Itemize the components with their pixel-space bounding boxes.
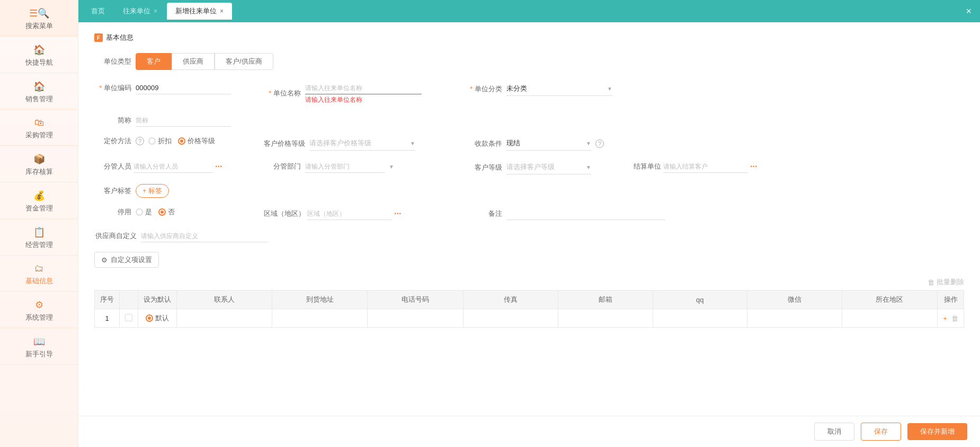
sidebar-item-sales[interactable]: 🏠 销售管理 [0, 73, 78, 110]
manager-input[interactable] [133, 160, 213, 173]
type-btn-supplier[interactable]: 供应商 [172, 53, 215, 70]
contact-input[interactable] [182, 314, 266, 322]
pricing-help-icon[interactable]: ? [136, 137, 144, 145]
customer-level-select[interactable]: 请选择客户等级 ▼ [506, 160, 591, 174]
wechat-input[interactable] [753, 314, 836, 322]
settlement-unit-input[interactable] [663, 160, 748, 173]
unit-code-input[interactable] [136, 82, 231, 94]
td-qq[interactable] [653, 309, 747, 328]
sidebar-item-operations-label: 经营管理 [25, 240, 53, 250]
main-area: 首页 往来单位 × 新增往来单位 × × F 基本信息 单位类型 [78, 0, 980, 447]
pricing-radio-discount-label: 折扣 [158, 136, 172, 146]
sidebar-item-base[interactable]: 🗂 基础信息 [0, 256, 78, 292]
type-btn-customer[interactable]: 客户 [136, 53, 172, 70]
tab-new-trade-unit-close[interactable]: × [220, 7, 224, 15]
unit-name-error-msg: 请输入往来单位名称 [305, 95, 422, 104]
default-label: 默认 [155, 313, 169, 323]
remark-group: 备注 [465, 207, 964, 220]
short-name-row: 简称 [94, 114, 964, 127]
inventory-icon: 📦 [33, 153, 45, 165]
sidebar: ☰🔍 搜索菜单 🏠 快捷导航 🏠 销售管理 🛍 采购管理 📦 库存核算 💰 资金… [0, 0, 78, 447]
tab-trade-units[interactable]: 往来单位 × [114, 3, 166, 20]
th-address: 到货地址 [272, 291, 368, 309]
save-button[interactable]: 保存 [861, 423, 901, 441]
department-group: 分管部门 ▼ [264, 160, 465, 173]
custom-settings-button[interactable]: ⚙ 自定义项设置 [94, 252, 159, 268]
remark-input[interactable] [506, 207, 665, 220]
short-name-input[interactable] [136, 114, 231, 127]
sidebar-item-operations[interactable]: 📋 经营管理 [0, 219, 78, 256]
td-email[interactable] [558, 309, 653, 328]
sidebar-item-quicknav-label: 快捷导航 [25, 58, 53, 67]
sidebar-item-inventory[interactable]: 📦 库存核算 [0, 146, 78, 182]
td-contact[interactable] [177, 309, 272, 328]
unit-category-select[interactable]: 未分类 ▼ [506, 82, 612, 96]
sidebar-item-purchase-label: 采购管理 [25, 130, 53, 140]
sidebar-item-quicknav[interactable]: 🏠 快捷导航 [0, 37, 78, 73]
th-seq: 序号 [95, 291, 120, 309]
qq-input[interactable] [658, 314, 742, 322]
th-region: 所在地区 [842, 291, 938, 309]
customer-level-group: 客户等级 请选择客户等级 ▼ [465, 160, 624, 174]
add-tag-button[interactable]: + 标签 [136, 184, 169, 198]
table-row: 1 默认 [95, 309, 964, 328]
manager-dots-btn[interactable]: ··· [215, 162, 222, 171]
type-btn-both[interactable]: 客户/供应商 [215, 53, 273, 70]
custom-settings-label: 自定义项设置 [111, 255, 152, 265]
th-phone: 电话号码 [368, 291, 464, 309]
region-group: 区域（地区） ··· [264, 207, 465, 220]
phone-input[interactable] [373, 314, 458, 322]
sidebar-item-purchase[interactable]: 🛍 采购管理 [0, 110, 78, 146]
sidebar-item-finance[interactable]: 💰 资金管理 [0, 182, 78, 219]
disable-no[interactable]: 否 [158, 207, 175, 217]
unit-category-value: 未分类 [506, 84, 605, 93]
tab-new-trade-unit[interactable]: 新增往来单位 × [167, 3, 232, 20]
unit-name-input[interactable] [305, 82, 422, 94]
td-action: + 🗑 [938, 309, 964, 328]
department-input[interactable] [305, 160, 385, 173]
sidebar-item-search[interactable]: ☰🔍 搜索菜单 [0, 0, 78, 37]
td-fax[interactable] [464, 309, 558, 328]
payment-terms-help-icon[interactable]: ? [595, 139, 604, 148]
customer-price-level-select[interactable]: 请选择客户价格等级 ▼ [309, 136, 415, 151]
fax-input[interactable] [469, 314, 553, 322]
region-input[interactable] [307, 207, 392, 220]
disable-radio-group: 是 否 [136, 207, 175, 217]
bottom-bar: 取消 保存 保存并新增 [78, 416, 980, 447]
td-phone[interactable] [368, 309, 464, 328]
payment-terms-select[interactable]: 现结 ▼ [506, 136, 591, 151]
tab-home[interactable]: 首页 [83, 3, 113, 20]
td-wechat[interactable] [747, 309, 842, 328]
default-radio[interactable]: 默认 [144, 313, 171, 323]
window-close-button[interactable]: × [961, 6, 976, 17]
disable-yes[interactable]: 是 [136, 207, 152, 217]
sidebar-item-search-label: 搜索菜单 [25, 21, 53, 31]
supplier-custom-group: 供应商自定义 [94, 230, 964, 242]
settlement-unit-dots-btn[interactable]: ··· [750, 162, 757, 171]
unit-type-row: 单位类型 客户 供应商 客户/供应商 [94, 53, 964, 70]
supplier-custom-label: 供应商自定义 [94, 231, 137, 241]
tab-trade-units-close[interactable]: × [154, 7, 157, 15]
address-input[interactable] [278, 314, 362, 322]
supplier-custom-input[interactable] [141, 230, 268, 242]
department-select[interactable]: ▼ [389, 162, 399, 172]
pricing-radio-level[interactable]: 价格等级 [178, 136, 215, 146]
email-input[interactable] [564, 314, 647, 322]
td-checkbox[interactable] [120, 309, 138, 328]
pricing-row: 定价方法 ? 折扣 价格等级 客户价格等级 [94, 136, 964, 151]
region-dots-btn[interactable]: ··· [394, 209, 401, 218]
cancel-button[interactable]: 取消 [814, 423, 854, 441]
th-default: 设为默认 [138, 291, 177, 309]
pricing-radio-discount[interactable]: 折扣 [148, 136, 172, 146]
row-checkbox[interactable] [125, 314, 132, 321]
td-address[interactable] [272, 309, 368, 328]
sidebar-item-system[interactable]: ⚙ 系统管理 [0, 292, 78, 328]
batch-delete-btn[interactable]: 🗑 批量删除 [94, 277, 964, 287]
td-region[interactable] [842, 309, 938, 328]
region-table-input[interactable] [848, 314, 932, 322]
save-new-button[interactable]: 保存并新增 [907, 423, 967, 440]
sidebar-item-guide[interactable]: 📖 新手引导 [0, 328, 78, 365]
unit-category-group: 单位分类 未分类 ▼ [465, 82, 964, 96]
row-delete-btn[interactable]: 🗑 [951, 314, 958, 322]
row-add-btn[interactable]: + [943, 314, 947, 322]
